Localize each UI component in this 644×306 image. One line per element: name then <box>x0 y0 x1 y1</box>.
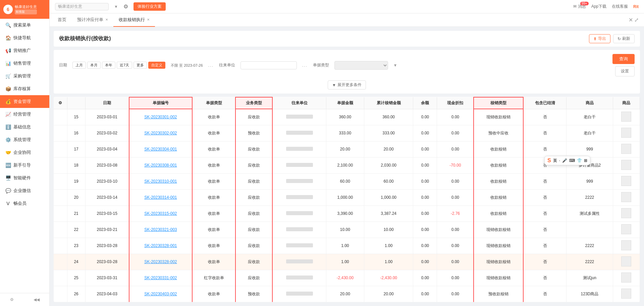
col-doc-no: 单据编号 <box>129 97 192 109</box>
col-biz-type: 业务类型 <box>235 97 272 109</box>
cell-amount: 1,000.00 <box>326 189 364 205</box>
cell-include-settled: 否 <box>523 270 566 286</box>
doc-no-link[interactable]: SK-20230308-001 <box>144 163 177 168</box>
topbar-dropdown-arrow[interactable]: ▼ <box>114 4 118 9</box>
cell-doc-type: 收款单 <box>192 189 235 205</box>
doc-no-link[interactable]: SK-20230315-002 <box>144 211 177 216</box>
mic-icon[interactable]: 🎤 <box>562 158 567 163</box>
col-verified-amount: 累计核销金额 <box>364 97 413 109</box>
cell-cash-discount: 0.00 <box>437 173 474 189</box>
date-more[interactable]: 更多 <box>133 62 147 69</box>
doc-type-select[interactable] <box>334 61 388 70</box>
sidebar-item-basic[interactable]: ℹ️ 基础信息 <box>0 121 49 133</box>
sidebar-item-corp[interactable]: 🤝 企业协同 <box>0 146 49 159</box>
date-filter-label: 日期 <box>59 62 67 68</box>
tab-receipt-label: 收款核销执行 <box>119 17 145 23</box>
filter-dots2: ... <box>302 63 308 68</box>
shirt-icon[interactable]: 👕 <box>577 158 582 163</box>
doc-no-link[interactable]: SK-20230403-002 <box>144 292 177 296</box>
doc-no-link[interactable]: SK-20230304-001 <box>144 147 177 151</box>
cell-balance: 0.00 <box>413 254 437 270</box>
cell-amount: -2,430.00 <box>326 270 364 286</box>
app-download-link[interactable]: App下载 <box>591 4 606 9</box>
cell-include-settled: 否 <box>523 109 566 125</box>
cell-date: 2023-03-01 <box>85 109 129 125</box>
cell-verify-type: 现销收款核销 <box>474 222 523 238</box>
doc-no-link[interactable]: SK-20230310-001 <box>144 179 177 184</box>
cell-row-num: 26 <box>67 286 85 302</box>
tab-receipt[interactable]: 收款核销执行 ✕ <box>113 13 155 27</box>
cell-row-num: 15 <box>67 109 85 125</box>
sidebar-item-inventory[interactable]: 📦 库存核算 <box>0 82 49 95</box>
online-service-link[interactable]: 在线客服 <box>612 4 628 9</box>
cell-settings <box>54 205 67 222</box>
doc-no-link[interactable]: SK-20230328-001 <box>144 243 177 248</box>
tab-payable[interactable]: 预计冲应付单 ✕ <box>72 13 113 27</box>
tab-bar-close[interactable]: ✕ ⤢ <box>629 17 641 23</box>
cell-doc-type: 收款单 <box>192 109 235 125</box>
tab-receipt-close[interactable]: ✕ <box>147 18 150 21</box>
col-settings[interactable]: ⚙ <box>54 97 67 109</box>
partner-filter-input[interactable] <box>240 61 297 69</box>
doc-no-link[interactable]: SK-20230302-002 <box>144 131 177 135</box>
sidebar-item-guide[interactable]: 🆕 新手引导 <box>0 159 49 172</box>
topbar-gear-icon[interactable]: ⚙ <box>123 3 128 10</box>
cell-doc-no: SK-20230328-001 <box>129 238 192 254</box>
collapse-icon[interactable]: ◀◀ <box>31 296 42 303</box>
cell-amount: 360.00 <box>326 109 364 125</box>
sidebar-item-sales[interactable]: 📊 销售管理 <box>0 57 49 70</box>
date-last-7-days[interactable]: 近7天 <box>117 62 132 69</box>
user-info[interactable]: Rit <box>633 4 639 9</box>
refresh-button[interactable]: ↻ 刷新 <box>613 34 635 43</box>
sidebar-item-hardware[interactable]: 🖥️ 智能硬件 <box>0 172 49 184</box>
sidebar-item-marketing[interactable]: 📢 营销推广 <box>0 44 49 57</box>
cell-doc-type: 收款单 <box>192 157 235 173</box>
sidebar-item-finance[interactable]: 💰 资金管理 <box>0 95 49 108</box>
cell-product2 <box>613 189 640 205</box>
col-include-settled: 包含已结清 <box>523 97 566 109</box>
cell-doc-no: SK-20230304-001 <box>129 141 192 157</box>
sidebar-item-nav[interactable]: 🏠 快捷导航 <box>0 32 49 44</box>
sidebar-item-operations[interactable]: 📈 经营管理 <box>0 108 49 121</box>
main-area: ▼ ⚙ 体验行业方案 ✉ 99+ 消息 App下载 在线客服 Rit 首页 预计… <box>50 0 644 306</box>
keyboard-icon[interactable]: ⌨ <box>569 158 575 163</box>
solution-button[interactable]: 体验行业方案 <box>133 2 166 11</box>
query-button[interactable]: 查询 <box>612 54 635 64</box>
doc-no-link[interactable]: SK-20230301-002 <box>144 115 177 119</box>
settings-bottom-icon[interactable]: ⚙ <box>7 296 16 303</box>
cell-date: 2023-03-10 <box>85 173 129 189</box>
col-product: 商品 <box>567 97 613 109</box>
cell-date: 2023-04-03 <box>85 286 129 302</box>
cell-cash-discount: -70.00 <box>437 157 474 173</box>
tab-home[interactable]: 首页 <box>52 13 72 27</box>
date-this-month[interactable]: 本月 <box>87 62 101 69</box>
app-logo: 6 畅康道好生意 标推版 <box>0 0 49 19</box>
date-custom-button[interactable]: 自定义 <box>148 62 165 69</box>
cell-balance: 0.00 <box>413 173 437 189</box>
message-icon-area[interactable]: ✉ 99+ 消息 <box>573 4 586 9</box>
sidebar-item-search[interactable]: 🔍 搜索菜单 <box>0 19 49 32</box>
tab-payable-close[interactable]: ✕ <box>105 18 108 21</box>
sidebar-item-purchase[interactable]: 🛒 采购管理 <box>0 70 49 82</box>
cell-cash-discount: 0.00 <box>437 125 474 141</box>
doc-no-link[interactable]: SK-20230331-002 <box>144 276 177 280</box>
cell-settings <box>54 254 67 270</box>
cell-verified-amount: 1,000.00 <box>364 189 413 205</box>
doc-no-link[interactable]: SK-20230321-003 <box>144 227 177 232</box>
export-button[interactable]: ⬆ 导出 <box>589 34 610 43</box>
col-cash-discount: 现金折扣 <box>437 97 474 109</box>
doc-no-link[interactable]: SK-20230314-001 <box>144 195 177 200</box>
date-this-year[interactable]: 本年 <box>102 62 115 69</box>
date-last-month[interactable]: 上月 <box>72 62 86 69</box>
table-row: 23 2023-03-28 SK-20230328-001 收款单 应收款 1.… <box>54 238 640 254</box>
cell-amount: 20.00 <box>326 286 364 302</box>
filter-settings-button[interactable]: 设置 <box>615 66 635 76</box>
topbar-search-input[interactable] <box>55 3 109 10</box>
cell-row-num: 17 <box>67 141 85 157</box>
sidebar-item-member[interactable]: V 畅会员 <box>0 197 49 210</box>
sidebar-item-system[interactable]: ⚙️ 系统管理 <box>0 133 49 146</box>
grid-icon[interactable]: ⊞ <box>584 158 587 163</box>
doc-no-link[interactable]: SK-20230328-002 <box>144 259 177 264</box>
expand-conditions-button[interactable]: ▼ 展开更多条件 <box>328 80 366 89</box>
sidebar-item-wechat[interactable]: 💬 企业微信 <box>0 184 49 197</box>
